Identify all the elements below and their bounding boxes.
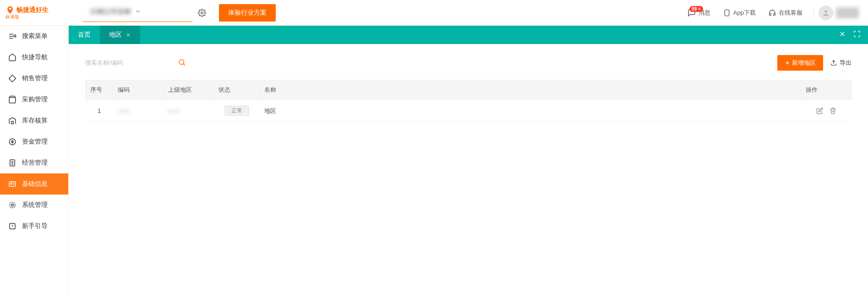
- search-menu-icon: [8, 32, 16, 40]
- svg-point-27: [179, 60, 184, 65]
- header-divider: [813, 7, 814, 18]
- svg-point-17: [11, 183, 12, 184]
- region-table: 序号 编码 上级地区 状态 名称 操作 1 —— —— 正常 地区: [85, 80, 852, 122]
- svg-point-0: [201, 11, 203, 14]
- col-ops: 操作: [801, 80, 852, 100]
- sidebar-item-guide[interactable]: 新手引导: [0, 216, 68, 237]
- org-selector[interactable]: 示例公司名称: [82, 4, 192, 22]
- tab-home[interactable]: 首页: [69, 26, 100, 44]
- sidebar-item-inventory[interactable]: 库存核算: [0, 110, 68, 131]
- cell-ops: [801, 100, 852, 122]
- bag-icon: [8, 95, 16, 104]
- delete-icon[interactable]: [830, 107, 836, 114]
- add-region-button[interactable]: 新增地区: [777, 55, 823, 71]
- try-industry-button[interactable]: 体验行业方案: [219, 4, 276, 22]
- sidebar-item-label: 系统管理: [22, 201, 48, 209]
- settings-icon[interactable]: [198, 9, 206, 17]
- svg-line-8: [16, 37, 16, 38]
- avatar[interactable]: [819, 6, 833, 20]
- export-label: 导出: [840, 59, 852, 67]
- plus-icon: [785, 60, 790, 66]
- money-icon: [8, 138, 16, 146]
- app-download-button[interactable]: App下载: [717, 9, 762, 17]
- cell-name: 地区: [260, 100, 801, 122]
- cell-status: 正常: [214, 100, 260, 122]
- cell-code: ——: [113, 100, 164, 122]
- home-icon: [8, 53, 16, 61]
- sidebar-item-label: 资金管理: [22, 138, 48, 146]
- svg-line-28: [183, 64, 185, 65]
- warehouse-icon: [8, 117, 16, 125]
- sidebar-item-operation[interactable]: 经营管理: [0, 152, 68, 173]
- col-code: 编码: [113, 80, 164, 100]
- sidebar-item-label: 经营管理: [22, 159, 48, 167]
- export-button[interactable]: 导出: [830, 59, 852, 67]
- org-name: 示例公司名称: [90, 7, 131, 16]
- content-area: 新增地区 导出 序号 编码 上级地区 状态 名称 操作 1 —— —— 正常 地…: [69, 44, 868, 295]
- close-all-tabs-button[interactable]: [837, 28, 848, 41]
- sidebar-item-funds[interactable]: 资金管理: [0, 131, 68, 152]
- tab-bar: 首页 地区: [69, 26, 868, 44]
- chevron-down-icon: [135, 8, 141, 15]
- app-header: 畅捷通好生 标准版 示例公司名称 体验行业方案 99 + 消息 App下载 在线…: [0, 0, 868, 26]
- sidebar-item-label: 库存核算: [22, 117, 48, 125]
- guide-icon: [8, 222, 16, 230]
- logo: 畅捷通好生 标准版: [0, 6, 69, 20]
- svg-point-20: [10, 202, 15, 208]
- user-icon: [822, 9, 830, 17]
- fullscreen-button[interactable]: [852, 28, 863, 41]
- svg-rect-1: [725, 10, 729, 16]
- col-name: 名称: [260, 80, 801, 100]
- expand-icon: [853, 30, 861, 38]
- svg-point-3: [824, 10, 827, 13]
- tab-label: 地区: [109, 31, 122, 39]
- close-icon: [839, 30, 846, 38]
- close-icon[interactable]: [126, 32, 131, 38]
- cell-index: 1: [86, 100, 113, 122]
- sidebar-item-label: 销售管理: [22, 74, 48, 83]
- sidebar-item-quick-nav[interactable]: 快捷导航: [0, 47, 68, 68]
- id-card-icon: [8, 180, 16, 188]
- table-row[interactable]: 1 —— —— 正常 地区: [86, 100, 852, 122]
- tag-icon: [8, 74, 16, 83]
- support-button[interactable]: 在线客服: [762, 9, 809, 17]
- gear-dash-icon: [8, 201, 16, 209]
- col-index: 序号: [86, 80, 113, 100]
- messages-button[interactable]: 99 + 消息: [681, 9, 717, 17]
- sidebar-item-label: 快捷导航: [22, 53, 48, 61]
- sidebar-item-sales[interactable]: 销售管理: [0, 68, 68, 89]
- edit-icon[interactable]: [816, 107, 823, 114]
- phone-icon: [723, 9, 731, 17]
- logo-icon: [5, 6, 15, 15]
- export-icon: [830, 60, 837, 66]
- svg-point-21: [11, 204, 14, 206]
- col-status: 状态: [214, 80, 260, 100]
- logo-text: 畅捷通好生: [16, 6, 49, 14]
- sidebar-item-search-menu[interactable]: 搜索菜单: [0, 26, 68, 47]
- search-icon[interactable]: [178, 58, 186, 67]
- headset-icon: [769, 9, 776, 17]
- logo-edition: 标准版: [5, 14, 19, 20]
- col-parent: 上级地区: [164, 80, 214, 100]
- sidebar-item-label: 新手引导: [22, 222, 48, 230]
- sidebar-item-basic-info[interactable]: 基础信息: [0, 173, 68, 195]
- svg-rect-16: [9, 182, 16, 187]
- sidebar-item-label: 采购管理: [22, 95, 48, 104]
- tab-region[interactable]: 地区: [100, 26, 140, 44]
- support-label: 在线客服: [779, 9, 802, 17]
- sidebar-item-label: 搜索菜单: [22, 32, 48, 40]
- messages-badge: 99 +: [689, 6, 703, 12]
- tab-label: 首页: [78, 31, 91, 39]
- svg-rect-10: [11, 122, 14, 124]
- sidebar: 搜索菜单 快捷导航 销售管理 采购管理 库存核算 资金管理 经营管理 基础信息 …: [0, 26, 69, 295]
- cell-parent: ——: [164, 100, 214, 122]
- user-name[interactable]: [836, 7, 859, 18]
- download-label: App下载: [733, 9, 756, 17]
- sidebar-item-system[interactable]: 系统管理: [0, 195, 68, 216]
- clipboard-icon: [8, 159, 16, 167]
- sidebar-item-purchase[interactable]: 采购管理: [0, 89, 68, 110]
- search-input[interactable]: [85, 56, 186, 69]
- status-badge: 正常: [224, 106, 249, 116]
- content-toolbar: 新增地区 导出: [85, 55, 852, 71]
- table-header-row: 序号 编码 上级地区 状态 名称 操作: [86, 80, 852, 100]
